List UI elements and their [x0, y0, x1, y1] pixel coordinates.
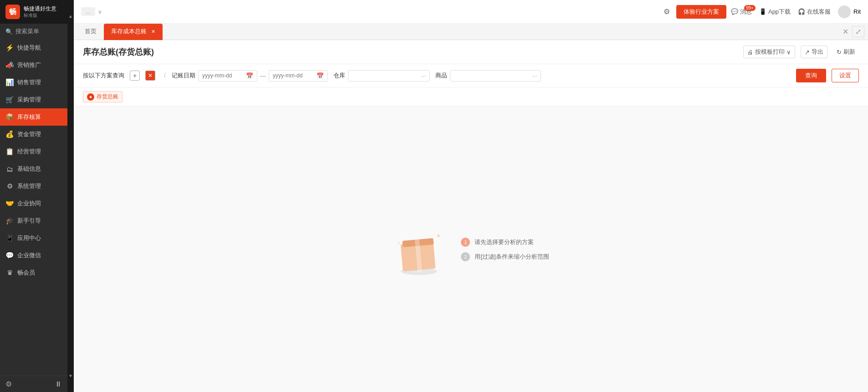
apps-icon: 📱 — [5, 234, 14, 242]
industry-btn[interactable]: 体验行业方案 — [676, 5, 726, 19]
date-field-group: 记账日期 📅 — 📅 — [172, 70, 328, 81]
panel-close-btn[interactable]: ✕ — [842, 27, 848, 36]
sidebar-item-operations[interactable]: 📋 经营管理 — [0, 143, 67, 160]
topbar-settings-icon[interactable]: ⚙ — [662, 5, 672, 18]
user-avatar — [838, 5, 851, 18]
breadcrumb: ... ∨ — [81, 7, 657, 16]
sidebar-item-sales[interactable]: 📊 销售管理 — [0, 74, 67, 91]
date-start-input[interactable] — [202, 72, 243, 79]
tab-home[interactable]: 首页 — [77, 24, 104, 40]
sidebar-scrollbar: ▲ ▼ — [67, 0, 74, 392]
query-btn[interactable]: 查询 — [796, 69, 826, 82]
page-header: 库存总账(存货总账) 🖨 按模板打印 ∨ ↗ 导出 ↻ 刷新 — [74, 40, 868, 64]
tab-inventory-cost[interactable]: 库存成本总账 ✕ — [104, 24, 163, 40]
sidebar-item-wechat[interactable]: 💬 企业微信 — [0, 247, 67, 264]
search-menu-item[interactable]: 🔍 搜索菜单 — [0, 24, 67, 39]
sidebar-item-guide[interactable]: 🎓 新手引导 — [0, 212, 67, 229]
calendar-end-icon[interactable]: 📅 — [317, 72, 324, 79]
app-logo: 畅 畅捷通好生意 标准版 — [0, 0, 67, 24]
operations-icon: 📋 — [5, 148, 14, 156]
cooperation-icon: 🤝 — [5, 199, 14, 208]
sidebar-item-quick-nav[interactable]: ⚡ 快捷导航 — [0, 39, 67, 56]
product-more-icon[interactable]: ··· — [532, 72, 537, 79]
finance-icon: 💰 — [5, 130, 14, 138]
calendar-start-icon[interactable]: 📅 — [246, 72, 253, 79]
messages-btn[interactable]: 💬 消息 99+ — [731, 8, 752, 16]
export-btn[interactable]: ↗ 导出 — [801, 46, 827, 58]
panel-expand-btn[interactable]: ⤢ — [852, 26, 864, 37]
logo-icon: 畅 — [5, 5, 20, 19]
step-1-text: 请先选择要分析的方案 — [475, 238, 534, 246]
sidebar-item-apps[interactable]: 📱 应用中心 — [0, 229, 67, 247]
wechat-icon: 💬 — [5, 251, 14, 260]
sales-icon: 📊 — [5, 78, 14, 87]
empty-step-2: 2 用[过滤]条件来缩小分析范围 — [461, 252, 549, 261]
messages-badge: 99+ — [744, 5, 756, 11]
filter-chevron-icon[interactable]: 〈 — [161, 72, 166, 80]
product-label: 商品 — [435, 71, 447, 80]
scroll-up-arrow[interactable]: ▲ — [68, 14, 73, 19]
content-area: 库存总账(存货总账) 🖨 按模板打印 ∨ ↗ 导出 ↻ 刷新 按以下方案查询 — [74, 40, 868, 392]
date-separator: — — [260, 72, 266, 79]
tag-label: 存货总账 — [97, 93, 118, 101]
breadcrumb-chevron-icon: ∨ — [98, 9, 102, 15]
date-start-field[interactable]: 📅 — [198, 70, 257, 81]
date-end-field[interactable]: 📅 — [269, 70, 328, 81]
page-actions: 🖨 按模板打印 ∨ ↗ 导出 ↻ 刷新 — [743, 46, 859, 58]
empty-state: ✦ ✦ 1 请先选择要分析的方案 2 用[过滤]条件来缩小分析范围 — [74, 107, 868, 392]
sidebar-item-basic[interactable]: 🗂 基础信息 — [0, 160, 67, 178]
message-icon: 💬 — [731, 8, 738, 15]
tab-close-icon[interactable]: ✕ — [151, 29, 155, 34]
filter-label: 按以下方案查询 — [83, 71, 124, 80]
svg-text:✦: ✦ — [436, 232, 441, 239]
warehouse-more-icon[interactable]: ··· — [421, 72, 426, 79]
sub-filter-tag[interactable]: ● 存货总账 — [83, 91, 123, 102]
print-btn[interactable]: 🖨 按模板打印 ∨ — [743, 46, 795, 58]
warehouse-select[interactable]: ··· — [348, 70, 430, 81]
topbar-right: 💬 消息 99+ 📱 App下载 🎧 在线客服 Rit — [731, 5, 861, 18]
product-field-group: 商品 ··· — [435, 70, 541, 81]
user-menu[interactable]: Rit — [838, 5, 861, 18]
sidebar: 畅 畅捷通好生意 标准版 🔍 搜索菜单 ⚡ 快捷导航 📣 营销推广 📊 销售管理… — [0, 0, 67, 392]
purchase-icon: 🛒 — [5, 96, 14, 104]
sidebar-item-system[interactable]: ⚙ 系统管理 — [0, 178, 67, 195]
logo-text: 畅捷通好生意 标准版 — [24, 5, 56, 19]
inventory-icon: 📦 — [5, 113, 14, 121]
sidebar-item-inventory[interactable]: 📦 库存核算 — [0, 108, 67, 126]
sidebar-item-finance[interactable]: 💰 资金管理 — [0, 126, 67, 143]
filter-bar: 按以下方案查询 + ✕ 〈 记账日期 📅 — 📅 — [74, 64, 868, 87]
sidebar-item-marketing[interactable]: 📣 营销推广 — [0, 56, 67, 74]
filter-collapse-btn[interactable]: ✕ — [145, 71, 155, 81]
sub-filter-bar: ● 存货总账 — [74, 87, 868, 107]
date-label: 记账日期 — [172, 71, 195, 80]
print-chevron-icon: ∨ — [786, 49, 791, 56]
audio-footer-icon[interactable]: ⏸ — [55, 380, 62, 388]
sidebar-item-cooperation[interactable]: 🤝 企业协同 — [0, 195, 67, 212]
page-title: 库存总账(存货总账) — [83, 46, 154, 57]
sidebar-nav: ⚡ 快捷导航 📣 营销推广 📊 销售管理 🛒 采购管理 📦 库存核算 💰 资金管… — [0, 39, 67, 376]
basic-icon: 🗂 — [5, 165, 14, 173]
svg-text:✦: ✦ — [397, 241, 401, 246]
filter-add-btn[interactable]: + — [130, 71, 140, 81]
settings-btn[interactable]: 设置 — [832, 69, 859, 82]
breadcrumb-text: ... — [81, 7, 95, 16]
empty-illustration: ✦ ✦ — [393, 222, 447, 277]
settings-footer-icon[interactable]: ⚙ — [5, 380, 12, 388]
guide-icon: 🎓 — [5, 217, 14, 225]
step-1-num: 1 — [461, 238, 470, 247]
app-download-btn[interactable]: 📱 App下载 — [759, 8, 791, 16]
empty-content: ✦ ✦ 1 请先选择要分析的方案 2 用[过滤]条件来缩小分析范围 — [393, 222, 549, 277]
collapse-icon: ✕ — [148, 72, 153, 79]
main-area: ... ∨ ⚙ 体验行业方案 💬 消息 99+ 📱 App下载 🎧 在线客服 R… — [74, 0, 868, 392]
search-icon: 🔍 — [5, 28, 13, 35]
scroll-down-arrow[interactable]: ▼ — [68, 373, 73, 378]
product-select[interactable]: ··· — [450, 70, 541, 81]
online-support-btn[interactable]: 🎧 在线客服 — [798, 8, 831, 16]
topbar: ... ∨ ⚙ 体验行业方案 💬 消息 99+ 📱 App下载 🎧 在线客服 R… — [74, 0, 868, 24]
sidebar-item-purchase[interactable]: 🛒 采购管理 — [0, 91, 67, 108]
date-end-input[interactable] — [273, 72, 314, 79]
sidebar-item-vip[interactable]: ♛ 畅会员 — [0, 264, 67, 281]
refresh-btn[interactable]: ↻ 刷新 — [833, 46, 859, 58]
vip-icon: ♛ — [5, 269, 14, 277]
warehouse-label: 仓库 — [333, 71, 345, 80]
